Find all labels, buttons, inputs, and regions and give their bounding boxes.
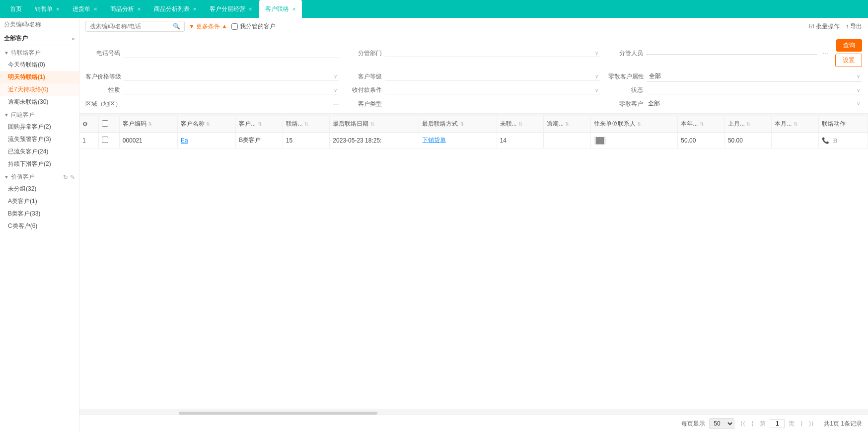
sidebar-item-churned[interactable]: 已流失客户(24) [0,145,79,158]
customer-level-select[interactable]: ∨ [385,72,601,80]
page-first-icon[interactable]: ⟨⟨ [738,420,747,428]
sidebar-item-7days-pending[interactable]: 近7天待联络(0) [0,83,79,96]
sidebar-problem-label: ▼ 问题客户 [0,108,79,121]
nav-product-analysis-list[interactable]: 商品分析列表 ✕ [148,0,203,18]
search-input[interactable] [90,23,171,30]
row-checkbox[interactable] [102,137,108,143]
region-dots-icon[interactable]: ··· [333,100,339,108]
cell-not-contacted: 14 [497,133,544,148]
close-customer-contact-icon[interactable]: ✕ [292,6,296,12]
retail-customer-select[interactable]: 全部 ∨ [646,98,862,109]
nav-customer-tier[interactable]: 客户分层经营 ✕ [204,0,258,18]
sidebar-item-abnormal-repurchase[interactable]: 回购异常客户(2) [0,121,79,133]
total-records: 共1页 1条记录 [824,420,862,428]
page-last-icon[interactable]: ⟩⟩ [807,420,816,428]
horizontal-scrollbar[interactable] [79,411,868,415]
nav-customer-contact[interactable]: 客户联络 ✕ [259,0,302,18]
col-name[interactable]: 客户名称 ⇅ [177,116,235,133]
col-code[interactable]: 客户编码 ⇅ [119,116,177,133]
close-product-analysis-list-icon[interactable]: ✕ [193,6,197,12]
col-checkbox[interactable] [98,116,119,133]
cell-type: B类客户 [236,133,283,148]
col-last-date[interactable]: 最后联络日期 ⇅ [330,116,419,133]
col-settings[interactable]: ⚙ [79,116,98,133]
customer-type-select[interactable] [385,103,601,105]
region-select[interactable] [124,103,328,105]
sidebar-item-today-pending[interactable]: 今天待联络(0) [0,59,79,71]
col-overdue[interactable]: 逾期... ⇅ [544,116,591,133]
toolbar: 🔍 ▼ 更多条件 ▲ 我分管的客户 ☑ 批量操作 ↑ 导出 [79,18,868,35]
nature-select[interactable]: ∨ [123,86,339,94]
settings-button[interactable]: 设置 [835,54,862,67]
sidebar-collapse-icon[interactable]: « [72,35,75,42]
col-action: 联络动作 [819,116,868,133]
close-sales-order-icon[interactable]: ✕ [56,6,60,12]
retail-attr-select[interactable]: 全部 ∨ [647,71,862,82]
nav-purchase-order[interactable]: 进货单 ✕ [67,0,103,18]
sidebar-item-tomorrow-pending[interactable]: 明天待联络(1) [0,71,79,83]
sidebar-item-overdue-pending[interactable]: 逾期未联络(30) [0,96,79,108]
nav-product-analysis[interactable]: 商品分析 ✕ [104,0,147,18]
query-button[interactable]: 查询 [836,39,862,52]
filter-action-buttons: 查询 设置 [835,39,862,67]
search-box: 🔍 [85,21,185,32]
my-customer-checkbox[interactable] [231,23,238,30]
col-not-contacted[interactable]: 未联... ⇅ [497,116,544,133]
dept-select[interactable]: ∨ [385,49,601,57]
close-purchase-order-icon[interactable]: ✕ [93,6,97,12]
scrollbar-thumb[interactable] [179,412,377,415]
page-number-input[interactable] [770,419,785,428]
page-prev-icon[interactable]: ⟨ [749,420,756,428]
cell-checkbox[interactable] [98,133,119,148]
sort-last-method-icon: ⇅ [460,121,464,127]
col-this-year[interactable]: 本年... ⇅ [678,116,725,133]
phone-action-icon[interactable]: 📞 [822,137,829,144]
sidebar-item-class-a[interactable]: A类客户(1) [0,195,79,208]
col-last-method[interactable]: 最后联络方式 ⇅ [419,116,497,133]
export-button[interactable]: ↑ 导出 [846,22,862,31]
sidebar-item-ungrouped[interactable]: 未分组(32) [0,183,79,195]
price-level-select[interactable]: ∨ [124,72,339,80]
page-size-select[interactable]: 50 100 200 [709,418,734,429]
col-unit-contact[interactable]: 往来单位联系人 ⇅ [590,116,678,133]
cell-last-method[interactable]: 下销货单 [419,133,497,148]
status-select[interactable]: ∨ [646,86,862,94]
cell-name[interactable]: Ea [177,133,235,148]
phone-input[interactable] [123,49,339,58]
payment-select[interactable]: ∨ [385,86,601,94]
value-refresh-icon[interactable]: ↻ [63,174,68,181]
grid-action-icon[interactable]: ⊞ [832,137,837,144]
person-select[interactable] [646,52,817,55]
sort-this-year-icon: ⇅ [700,121,704,127]
sidebar-item-declining[interactable]: 持续下滑客户(2) [0,158,79,170]
sidebar-item-class-c[interactable]: C类客户(6) [0,220,79,232]
more-conditions-button[interactable]: ▼ 更多条件 ▲ [189,22,227,31]
page-next-icon[interactable]: ⟩ [798,420,805,428]
cell-action: 📞 ⊞ [819,133,868,148]
action-icons: 📞 ⊞ [822,137,865,144]
customer-level-chev-icon: ∨ [595,73,598,79]
select-all-checkbox[interactable] [102,120,108,127]
sidebar-item-class-b[interactable]: B类客户(33) [0,208,79,220]
batch-op-button[interactable]: ☑ 批量操作 [809,22,840,31]
nav-sales-order[interactable]: 销售单 ✕ [29,0,66,18]
nav-home[interactable]: 首页 [4,0,28,18]
page-navigation: ⟨⟨ ⟨ 第 页 ⟩ ⟩⟩ [738,419,816,429]
chevron-up-icon: ▲ [221,23,227,30]
sort-name-icon: ⇅ [206,121,210,127]
col-last-month[interactable]: 上月... ⇅ [724,116,772,133]
value-edit-icon[interactable]: ✎ [70,174,75,181]
sidebar-search-input[interactable] [4,21,78,28]
sidebar-all-customers-header[interactable]: 全部客户 « [0,31,79,46]
sidebar-item-churn-warning[interactable]: 流失预警客户(3) [0,133,79,145]
person-dots-icon[interactable]: ··· [822,49,828,57]
col-this-month[interactable]: 本月... ⇅ [772,116,819,133]
close-product-analysis-icon[interactable]: ✕ [137,6,141,12]
filter-price-level: 客户价格等级 ∨ [85,71,339,82]
col-contacts[interactable]: 联络... ⇅ [283,116,330,133]
close-customer-tier-icon[interactable]: ✕ [248,6,252,12]
col-type[interactable]: 客户... ⇅ [236,116,283,133]
search-icon[interactable]: 🔍 [173,23,180,30]
my-customer-checkbox-area[interactable]: 我分管的客户 [231,22,276,31]
cell-unit-contact: ██ [590,133,678,148]
